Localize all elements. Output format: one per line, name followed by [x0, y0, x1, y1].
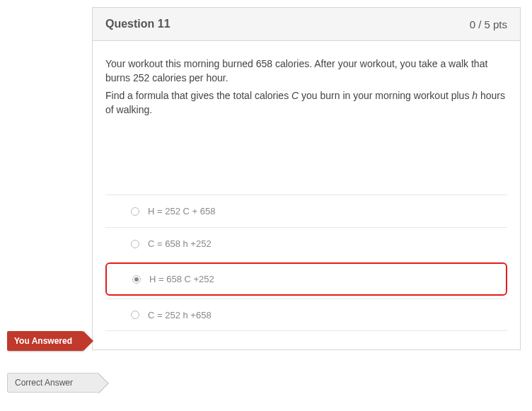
answer-text: C = 658 h +252: [148, 238, 212, 249]
question-header: Question 11 0 / 5 pts: [93, 8, 520, 41]
question-text: Your workout this morning burned 658 cal…: [105, 57, 507, 117]
answer-option-4[interactable]: C = 252 h +658: [105, 299, 507, 331]
radio-icon: [131, 207, 139, 216]
question-text-line1: Your workout this morning burned 658 cal…: [105, 58, 487, 83]
radio-icon: [131, 240, 139, 248]
flag-correct-answer-label: Correct Answer: [15, 378, 73, 388]
question-var-c: C: [291, 90, 299, 101]
answer-text: H = 658 C +252: [149, 274, 214, 284]
answer-option-3-selected[interactable]: H = 658 C +252: [105, 262, 507, 296]
answer-option-2[interactable]: C = 658 h +252: [105, 227, 507, 260]
question-text-line2b: you burn in your morning workout plus: [299, 90, 472, 101]
answer-option-1[interactable]: H = 252 C + 658: [105, 195, 507, 227]
flag-correct-answer: Correct Answer: [7, 373, 99, 393]
question-title: Question 11: [105, 18, 170, 30]
answers-list: H = 252 C + 658 C = 658 h +252 H = 658 C…: [105, 195, 507, 331]
question-text-line2a: Find a formula that gives the total calo…: [105, 90, 291, 101]
answer-text: C = 252 h +658: [148, 310, 212, 320]
question-body: Your workout this morning burned 658 cal…: [93, 41, 520, 349]
flag-you-answered-label: You Answered: [14, 336, 72, 346]
question-var-h: h: [472, 90, 478, 101]
answer-text: H = 252 C + 658: [148, 206, 215, 216]
flag-you-answered: You Answered: [7, 331, 83, 351]
radio-icon: [131, 311, 139, 319]
question-points: 0 / 5 pts: [470, 18, 507, 30]
radio-icon-checked: [132, 275, 141, 284]
question-card: Question 11 0 / 5 pts Your workout this …: [92, 7, 521, 350]
